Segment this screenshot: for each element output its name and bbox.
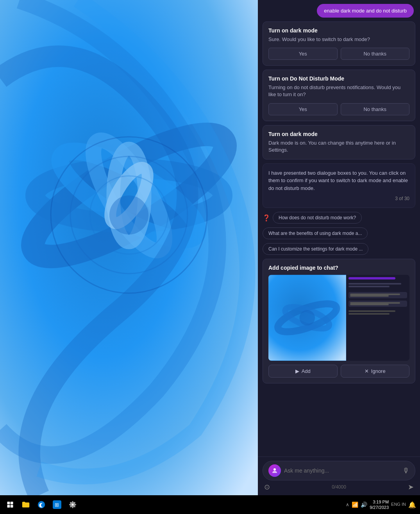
question-icon: ❓ <box>263 214 270 222</box>
svg-point-15 <box>273 468 276 471</box>
chat-input[interactable] <box>284 467 399 474</box>
taskbar-clock[interactable]: 3:19 PM 9/27/2023 <box>370 499 389 510</box>
dark-mode-card: Turn on dark mode Sure. Would you like t… <box>263 21 415 66</box>
svg-rect-19 <box>11 505 13 508</box>
message-pagination: 3 of 30 <box>268 195 409 202</box>
ignore-button[interactable]: ✕ Ignore <box>341 365 410 378</box>
dark-mode-card-body: Sure. Would you like to switch to dark m… <box>268 36 409 43</box>
store-icon[interactable]: ⊞ <box>51 498 63 511</box>
char-count: 0/4000 <box>332 484 346 490</box>
mini-line-8 <box>349 313 390 315</box>
mini-line-1 <box>349 283 401 285</box>
image-action-row: ▶ Add ✕ Ignore <box>268 365 409 378</box>
dnd-yes-button[interactable]: Yes <box>268 103 338 115</box>
wallpaper <box>0 0 258 495</box>
mini-line-2 <box>349 286 390 287</box>
dark-mode-yes-button[interactable]: Yes <box>268 48 338 60</box>
mic-button[interactable]: 🎙 <box>402 467 409 475</box>
suggestion-row-1: ❓ How does do not disturb mode work? <box>263 212 415 224</box>
clock-date: 9/27/2023 <box>370 505 389 510</box>
dark-mode-on-title: Turn on dark mode <box>268 131 409 137</box>
input-row: 🎙 <box>263 461 415 480</box>
input-bottom-row: ⊙ 0/4000 ➤ <box>263 483 415 491</box>
mini-line-6 <box>350 304 389 305</box>
svg-text:⊞: ⊞ <box>55 502 59 508</box>
add-label: Add <box>302 368 311 374</box>
x-icon: ✕ <box>365 368 369 374</box>
play-icon: ▶ <box>295 368 299 374</box>
suggestion-row-3: Can I customize the settings for dark mo… <box>263 243 415 255</box>
dark-mode-card-title: Turn on dark mode <box>268 27 409 34</box>
taskbar: ⊞ ∧ 📶 🔊 3:19 PM 9/27/2023 ENG IN 🔔 <box>0 495 420 514</box>
taskbar-right: ∧ 📶 🔊 3:19 PM 9/27/2023 ENG IN 🔔 <box>346 499 416 510</box>
svg-rect-17 <box>11 502 13 505</box>
notification-icon[interactable]: 🔔 <box>408 501 416 509</box>
input-area: 🎙 ⊙ 0/4000 ➤ <box>258 457 420 495</box>
suggestion-chip-1[interactable]: How does do not disturb mode work? <box>273 212 362 224</box>
ignore-label: Ignore <box>371 368 386 374</box>
send-button[interactable]: ➤ <box>408 483 414 491</box>
lang-display: ENG IN <box>391 502 406 507</box>
svg-point-10 <box>109 195 148 235</box>
dnd-card-title: Turn on Do Not Disturb Mode <box>268 75 409 82</box>
preview-chat-mini <box>346 275 409 361</box>
svg-rect-18 <box>7 505 10 508</box>
add-image-button[interactable]: ▶ Add <box>268 365 338 378</box>
svg-point-14 <box>299 310 315 326</box>
lang-label: ENG IN <box>391 502 406 507</box>
settings-taskbar-icon[interactable] <box>66 498 79 511</box>
mini-line-7 <box>349 310 395 312</box>
dark-mode-btn-group: Yes No thanks <box>268 48 409 60</box>
add-image-title: Add copied image to chat? <box>268 265 409 271</box>
mini-card-1 <box>349 292 407 298</box>
taskbar-left: ⊞ <box>4 498 79 511</box>
dark-mode-on-card: Turn on dark mode Dark mode is on. You c… <box>263 125 415 159</box>
dnd-card: Turn on Do Not Disturb Mode Turning on d… <box>263 70 415 121</box>
screenshot-button[interactable]: ⊙ <box>264 483 270 491</box>
avatar-icon <box>268 464 281 477</box>
wifi-icon[interactable]: 📶 <box>352 501 358 508</box>
image-preview <box>268 275 409 361</box>
suggestion-row-2: What are the benefits of using dark mode… <box>263 227 415 239</box>
file-explorer-icon[interactable] <box>20 498 32 511</box>
chevron-up-icon[interactable]: ∧ <box>346 502 349 507</box>
svg-rect-16 <box>7 502 10 505</box>
dnd-card-body: Turning on do not disturb prevents notif… <box>268 84 409 98</box>
clock-time: 3:19 PM <box>370 499 389 505</box>
sys-icons: ∧ 📶 🔊 <box>346 501 367 508</box>
edge-icon[interactable] <box>35 498 48 511</box>
chat-scroll: enable dark mode and do not disturb Turn… <box>258 0 420 457</box>
dark-mode-no-button[interactable]: No thanks <box>341 48 410 60</box>
mini-line-4 <box>350 295 389 297</box>
volume-icon[interactable]: 🔊 <box>361 501 367 508</box>
chat-panel: enable dark mode and do not disturb Turn… <box>258 0 420 495</box>
mini-card-2 <box>349 301 407 307</box>
dnd-no-button[interactable]: No thanks <box>341 103 410 115</box>
preview-wallpaper <box>268 275 346 361</box>
message-bubble: I have presented two dialogue boxes to y… <box>263 163 415 208</box>
dark-mode-on-body: Dark mode is on. You can change this any… <box>268 140 409 154</box>
action-button[interactable]: enable dark mode and do not disturb <box>317 4 414 18</box>
message-text: I have presented two dialogue boxes to y… <box>268 169 409 192</box>
add-image-card: Add copied image to chat? <box>263 259 415 383</box>
mini-bar <box>349 277 395 279</box>
dnd-btn-group: Yes No thanks <box>268 103 409 115</box>
suggestion-chip-2[interactable]: What are the benefits of using dark mode… <box>263 227 368 239</box>
start-button[interactable] <box>4 498 16 511</box>
suggestion-chip-3[interactable]: Can I customize the settings for dark mo… <box>263 243 368 255</box>
